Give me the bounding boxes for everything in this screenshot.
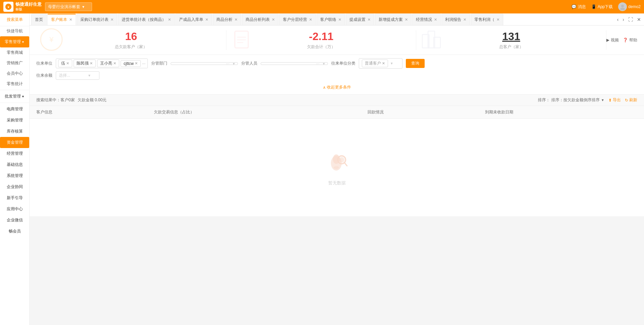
debt-summary: 欠款金额 0.00元: [78, 97, 107, 103]
tab-product-analysis-list-label: 商品分析列表: [246, 17, 270, 23]
svg-point-16: [339, 157, 344, 162]
sidebar-search[interactable]: 搜索菜单: [0, 13, 29, 26]
person-select[interactable]: ··· ▼: [261, 62, 328, 65]
sidebar-item-inventory[interactable]: 库存核算: [0, 126, 29, 137]
tab-home[interactable]: 首页: [31, 14, 47, 25]
dept-select[interactable]: ··· ▼: [171, 62, 238, 65]
sidebar-item-system-label: 系统管理: [7, 173, 23, 179]
sidebar-item-system[interactable]: 系统管理: [0, 170, 29, 181]
tab-actions: ‹ › ⛶ ✕: [616, 16, 642, 23]
tab-raise-settings-close[interactable]: ✕: [368, 17, 371, 22]
sidebar-quick-nav[interactable]: 快捷导航: [0, 26, 29, 36]
tab-scroll-right[interactable]: ›: [621, 16, 626, 23]
account-selector[interactable]: 母婴行业演示帐套 ▼: [45, 2, 92, 11]
sidebar-item-wholesale[interactable]: 批发管理 ▼: [0, 91, 29, 102]
tab-customer-book-close[interactable]: ✕: [69, 17, 72, 22]
tab-product-analysis[interactable]: 商品分析 ✕: [213, 14, 241, 25]
balance-arrow-icon: ▼: [88, 74, 91, 77]
collapse-btn[interactable]: ∧ 收起更多条件: [36, 82, 637, 91]
sort-select[interactable]: 排序： 排序：按欠款金额倒序排序 ▼: [538, 97, 604, 103]
tab-profit-report[interactable]: 利润报告 ✕: [441, 14, 470, 25]
unit-type-select[interactable]: 普通客户 ✕ ▼: [359, 58, 402, 69]
unit-filter-label: 往来单位: [36, 61, 52, 66]
tab-close-all[interactable]: ✕: [636, 16, 642, 23]
tab-purchase-order-close[interactable]: ✕: [111, 17, 114, 22]
sidebar-item-finance-label: 资金管理: [7, 140, 23, 145]
balance-select[interactable]: 选择... ▼: [56, 71, 99, 80]
tab-operation-close[interactable]: ✕: [434, 17, 437, 22]
tab-customer-contact[interactable]: 客户联络 ✕: [316, 14, 345, 25]
sort-value: 排序：按欠款金额倒序排序: [551, 97, 600, 103]
tab-product-instock-close[interactable]: ✕: [205, 17, 208, 22]
remove-tag-wang[interactable]: ✕: [113, 61, 116, 66]
sidebar-item-appcenter-label: 应用中心: [7, 206, 23, 212]
tab-customer-layer[interactable]: 客户分层经营 ✕: [279, 14, 316, 25]
tab-purchase-order[interactable]: 采购订单统计表 ✕: [77, 14, 117, 25]
tab-stock-stats-label: 进货单统计表（按商品）: [122, 17, 166, 23]
sidebar-item-enterprise-wechat[interactable]: 企业微信: [0, 215, 29, 226]
tab-product-instock[interactable]: 产成品入库单 ✕: [175, 14, 212, 25]
tab-customer-book[interactable]: 客户账本 ✕: [47, 14, 76, 25]
tab-customer-contact-close[interactable]: ✕: [338, 17, 341, 22]
balance-filter-label: 往来余额: [36, 73, 52, 78]
sidebar-item-retail[interactable]: 零售管理 ▼: [0, 36, 29, 47]
query-button[interactable]: 查询: [406, 59, 425, 68]
tab-scroll-left[interactable]: ‹: [616, 16, 620, 23]
export-btn[interactable]: ⬆ 导出: [608, 97, 621, 103]
message-btn[interactable]: 💬 消息: [571, 4, 586, 10]
sidebar-item-purchase[interactable]: 采购管理: [0, 115, 29, 126]
filter-tag-wangxiaoliang: 王小亮 ✕: [97, 60, 119, 67]
sidebar-item-basic-info[interactable]: 基础信息: [0, 159, 29, 170]
remove-tag-chen[interactable]: ✕: [90, 61, 93, 66]
remove-unit-type[interactable]: ✕: [382, 61, 385, 66]
tab-product-analysis-list[interactable]: 商品分析列表 ✕: [242, 14, 278, 25]
filter-more-btn[interactable]: ···: [142, 61, 145, 66]
tab-retail-profit[interactable]: 零售利润（ ✕: [471, 14, 503, 25]
tab-new-plan-close[interactable]: ✕: [405, 17, 408, 22]
sidebar-item-enterprise[interactable]: 企业协同: [0, 181, 29, 192]
stat-customers-value: 131: [502, 30, 520, 43]
tab-product-analysis-close[interactable]: ✕: [234, 17, 238, 22]
stat-bg-icon-debt: [230, 28, 253, 52]
tab-raise-settings-label: 提成设置: [349, 17, 366, 23]
app-download-btn[interactable]: 📱 App下载: [591, 4, 613, 10]
filter-tag-cjttcw: cjttcw ✕: [121, 60, 141, 67]
tab-stock-stats-close[interactable]: ✕: [168, 17, 171, 22]
tab-product-analysis-list-close[interactable]: ✕: [272, 17, 275, 22]
results-bar: 搜索结果中：客户0家 欠款金额 0.00元 排序： 排序：按欠款金额倒序排序 ▼…: [30, 95, 644, 106]
tab-stock-stats[interactable]: 进货单统计表（按商品） ✕: [118, 14, 175, 25]
person-clear-icon[interactable]: ···: [316, 61, 319, 66]
remove-tag-cjttcw[interactable]: ✕: [135, 61, 138, 66]
sidebar-item-marketing[interactable]: 营销推广: [0, 58, 29, 68]
sidebar-item-app-center[interactable]: 应用中心: [0, 204, 29, 215]
dept-clear-icon[interactable]: ···: [226, 61, 229, 66]
tab-customer-layer-close[interactable]: ✕: [309, 17, 312, 22]
tab-retail-profit-close[interactable]: ✕: [497, 17, 500, 22]
svg-point-18: [334, 166, 339, 169]
sidebar-item-member[interactable]: 会员中心: [0, 68, 29, 79]
refresh-btn[interactable]: ↻ 刷新: [625, 97, 637, 103]
col-customer-info: 客户信息: [30, 106, 147, 119]
help-btn[interactable]: ❓ 帮助: [623, 37, 637, 43]
sidebar-item-new-guide[interactable]: 新手引导: [0, 192, 29, 204]
remove-tag-wu[interactable]: ✕: [66, 61, 69, 66]
tab-new-plan[interactable]: 新增提成方案 ✕: [375, 14, 412, 25]
stat-total-customers: 131 总客户（家）: [416, 30, 606, 50]
sidebar-item-finance[interactable]: 资金管理: [0, 137, 29, 148]
tab-raise-settings[interactable]: 提成设置 ✕: [346, 14, 374, 25]
collapse-label: 收起更多条件: [327, 84, 351, 90]
tab-profit-report-close[interactable]: ✕: [463, 17, 466, 22]
sidebar-item-vip-member[interactable]: 畅会员: [0, 226, 29, 237]
video-help-btn[interactable]: ▶ 视频: [606, 37, 619, 43]
tab-customer-contact-label: 客户联络: [320, 17, 336, 23]
sidebar-item-retail-mall[interactable]: 零售商城: [0, 47, 29, 58]
sidebar-item-operation-mgmt[interactable]: 经营管理: [0, 148, 29, 159]
filter-row-1: 往来单位 伍 ✕ 陈民强 ✕ 王小亮: [36, 58, 637, 69]
sidebar-item-retail-stats[interactable]: 零售统计: [0, 79, 29, 89]
user-area[interactable]: demo2: [618, 2, 641, 11]
sidebar-item-ecommerce[interactable]: 电商管理: [0, 104, 29, 115]
tab-expand[interactable]: ⛶: [627, 16, 634, 23]
tab-operation[interactable]: 经营情况 ✕: [412, 14, 441, 25]
stat-bg-icon-debtors: ¥: [40, 28, 63, 52]
unit-tag-input[interactable]: 伍 ✕ 陈民强 ✕ 王小亮 ✕: [56, 59, 148, 68]
